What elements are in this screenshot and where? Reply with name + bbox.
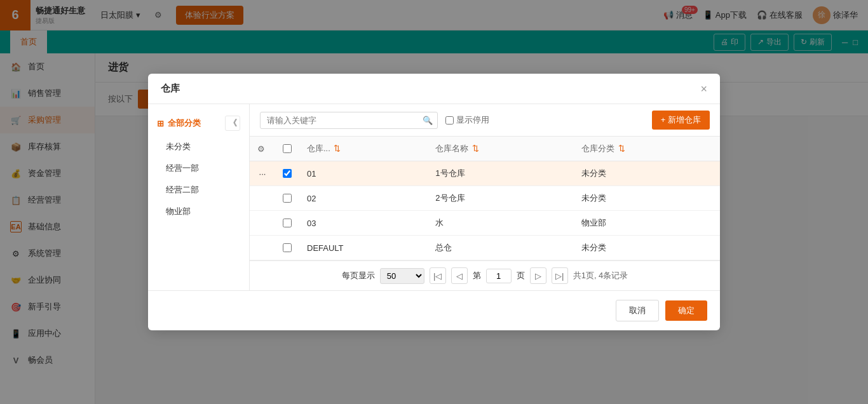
show-disabled-input[interactable] xyxy=(445,116,454,125)
th-category[interactable]: 仓库分类 ⇅ xyxy=(574,137,720,161)
add-warehouse-btn[interactable]: + 新增仓库 xyxy=(652,111,710,130)
modal-title: 仓库 xyxy=(161,83,180,95)
row-category: 物业部 xyxy=(574,211,720,236)
page-next-btn[interactable]: ▷ xyxy=(530,267,546,284)
row-name: 1号仓库 xyxy=(428,161,574,186)
row-category: 未分类 xyxy=(574,186,720,211)
more-icon[interactable]: ··· xyxy=(259,169,266,178)
show-disabled-checkbox[interactable]: 显示停用 xyxy=(445,114,489,126)
row-index: 01 xyxy=(299,161,428,186)
th-checkbox xyxy=(275,137,299,161)
category-item-ops2[interactable]: 经营二部 xyxy=(148,179,249,201)
show-disabled-label: 显示停用 xyxy=(456,114,489,126)
row-action[interactable] xyxy=(250,236,275,260)
table-head: ⚙ 仓库... ⇅ xyxy=(250,137,720,161)
th-settings[interactable]: ⚙ xyxy=(250,137,275,161)
row-checkbox-cell xyxy=(275,236,299,260)
th-category-label: 仓库分类 xyxy=(581,144,614,153)
row-index: 02 xyxy=(299,186,428,211)
row-category: 未分类 xyxy=(574,161,720,186)
th-code-label: 仓库... xyxy=(307,144,330,153)
search-input[interactable] xyxy=(260,112,438,129)
category-panel: ⊞ 全部分类 《 未分类 经营一部 经营二部 物业部 xyxy=(148,104,250,290)
page-prev-btn[interactable]: ◁ xyxy=(451,267,468,284)
row-name: 2号仓库 xyxy=(428,186,574,211)
search-input-wrap: 🔍 xyxy=(260,112,438,129)
page-size-label: 每页显示 xyxy=(342,270,375,281)
row-checkbox[interactable] xyxy=(283,169,292,178)
select-all-checkbox[interactable] xyxy=(283,144,292,153)
modal-close-btn[interactable]: × xyxy=(700,83,707,95)
row-action[interactable] xyxy=(250,186,275,211)
category-item-ops1[interactable]: 经营一部 xyxy=(148,158,249,179)
page-first-btn[interactable]: |◁ xyxy=(430,267,446,284)
confirm-btn[interactable]: 确定 xyxy=(665,300,707,321)
row-action[interactable]: ··· xyxy=(250,161,275,186)
category-all[interactable]: ⊞ 全部分类 《 xyxy=(148,111,249,136)
th-name-label: 仓库名称 xyxy=(435,144,468,153)
category-item-label: 经营一部 xyxy=(166,163,199,173)
row-checkbox[interactable] xyxy=(283,243,292,252)
table-row[interactable]: 03 水 物业部 xyxy=(250,211,720,236)
category-all-label: 全部分类 xyxy=(168,118,201,129)
category-item-label: 物业部 xyxy=(166,206,191,216)
page-last-btn[interactable]: ▷| xyxy=(552,267,568,284)
table-body: ··· 01 1号仓库 未分类 xyxy=(250,161,720,260)
search-icon[interactable]: 🔍 xyxy=(423,116,433,125)
table-row[interactable]: ··· 01 1号仓库 未分类 xyxy=(250,161,720,186)
modal-footer: 取消 确定 xyxy=(148,290,720,330)
th-code[interactable]: 仓库... ⇅ xyxy=(299,137,428,161)
pagination: 每页显示 50 10 20 100 |◁ ◁ 第 页 ▷ ▷| 共1页, 4条记… xyxy=(250,260,720,290)
category-item-unclassified[interactable]: 未分类 xyxy=(148,136,249,158)
page-prefix: 第 xyxy=(473,270,481,281)
row-name: 总仓 xyxy=(428,236,574,260)
row-checkbox[interactable] xyxy=(283,219,292,227)
modal-overlay: 仓库 × ⊞ 全部分类 《 未分类 经营一部 经营二部 xyxy=(0,0,868,404)
total-info: 共1页, 4条记录 xyxy=(573,270,628,281)
category-item-property[interactable]: 物业部 xyxy=(148,201,249,222)
table-row[interactable]: 02 2号仓库 未分类 xyxy=(250,186,720,211)
table-row[interactable]: DEFAULT 总仓 未分类 xyxy=(250,236,720,260)
modal-body: ⊞ 全部分类 《 未分类 经营一部 经营二部 物业部 xyxy=(148,104,720,290)
page-unit: 页 xyxy=(517,270,525,281)
modal-header: 仓库 × xyxy=(148,74,720,104)
sort-icon-code: ⇅ xyxy=(334,144,341,153)
row-checkbox-cell xyxy=(275,161,299,186)
row-category: 未分类 xyxy=(574,236,720,260)
category-item-label: 未分类 xyxy=(166,142,191,151)
sort-icon-name: ⇅ xyxy=(472,144,479,153)
row-name: 水 xyxy=(428,211,574,236)
collapse-btn[interactable]: 《 xyxy=(225,116,240,131)
row-action[interactable] xyxy=(250,211,275,236)
row-checkbox-cell xyxy=(275,186,299,211)
table-toolbar: 🔍 显示停用 + 新增仓库 xyxy=(250,104,720,137)
category-item-label: 经营二部 xyxy=(166,185,199,194)
sort-icon-category: ⇅ xyxy=(618,144,625,153)
page-size-select[interactable]: 50 10 20 100 xyxy=(380,268,424,284)
row-checkbox-cell xyxy=(275,211,299,236)
th-name[interactable]: 仓库名称 ⇅ xyxy=(428,137,574,161)
row-index: 03 xyxy=(299,211,428,236)
page-input[interactable] xyxy=(486,269,512,283)
grid-icon: ⊞ xyxy=(157,119,164,128)
table-scroll: ⚙ 仓库... ⇅ xyxy=(250,137,720,260)
table-panel: 🔍 显示停用 + 新增仓库 ⚙ xyxy=(250,104,720,290)
row-checkbox[interactable] xyxy=(283,194,292,203)
warehouse-modal: 仓库 × ⊞ 全部分类 《 未分类 经营一部 经营二部 xyxy=(148,74,720,330)
warehouse-table: ⚙ 仓库... ⇅ xyxy=(250,137,720,260)
row-index: DEFAULT xyxy=(299,236,428,260)
cancel-btn[interactable]: 取消 xyxy=(616,300,659,321)
